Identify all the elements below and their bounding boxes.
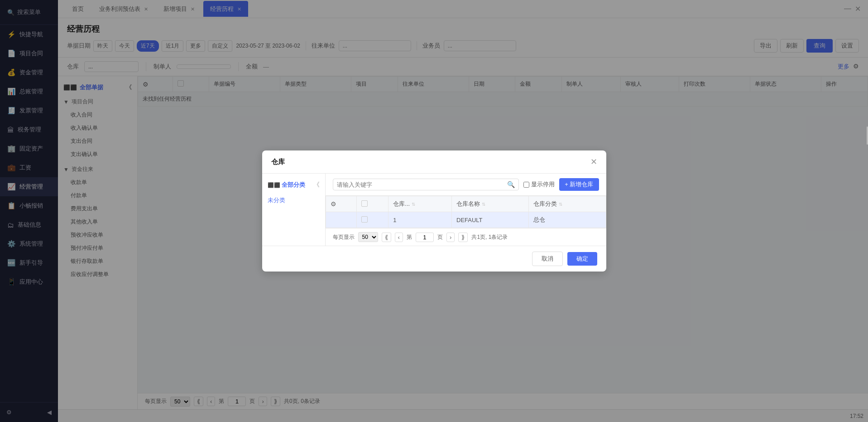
modal-sidebar-collapse[interactable]: 《 bbox=[313, 181, 320, 189]
modal-close-button[interactable]: ✕ bbox=[590, 157, 597, 167]
modal-per-page-label: 每页显示 bbox=[333, 233, 355, 241]
sort-icon-id: ⇅ bbox=[412, 202, 415, 207]
show-disabled-checkbox-input[interactable] bbox=[523, 182, 529, 188]
modal-page-prefix: 第 bbox=[407, 233, 412, 241]
modal-table-row[interactable]: 1 DEFAULT 总仓 bbox=[326, 212, 606, 228]
modal-prev-page[interactable]: ‹ bbox=[395, 233, 403, 242]
modal-title: 仓库 bbox=[271, 158, 285, 166]
modal-header: 仓库 ✕ bbox=[262, 150, 606, 174]
modal-sidebar: ⬛⬛全部分类 《 未分类 bbox=[262, 174, 326, 246]
modal-table-header: ⚙ 仓库... ⇅ 仓库名称 ⇅ bbox=[326, 196, 606, 212]
modal-th-gear-icon: ⚙ bbox=[331, 200, 336, 208]
confirm-button[interactable]: 确定 bbox=[567, 252, 597, 266]
sort-icon-category: ⇅ bbox=[559, 202, 562, 207]
add-warehouse-button[interactable]: + 新增仓库 bbox=[559, 178, 599, 191]
row-gear bbox=[326, 212, 356, 228]
row-checkbox-icon bbox=[361, 216, 368, 223]
modal-th-checkbox[interactable] bbox=[356, 196, 388, 212]
modal-th-checkbox-icon bbox=[361, 200, 368, 207]
row-id: 1 bbox=[388, 212, 452, 228]
modal-first-page[interactable]: ⟪ bbox=[382, 233, 391, 242]
warehouse-modal: 仓库 ✕ ⬛⬛全部分类 《 未分类 🔍 bbox=[262, 150, 606, 272]
modal-body: ⬛⬛全部分类 《 未分类 🔍 显示停用 bbox=[262, 174, 606, 246]
modal-total-text: 共1页, 1条记录 bbox=[471, 233, 508, 241]
modal-pagination: 每页显示 50 ⟪ ‹ 第 页 › ⟫ 共1页, 1条记录 bbox=[326, 228, 606, 246]
modal-table-container: ⚙ 仓库... ⇅ 仓库名称 ⇅ bbox=[326, 196, 606, 228]
modal-search-icon: 🔍 bbox=[507, 181, 515, 188]
modal-main: 🔍 显示停用 + 新增仓库 ⚙ bbox=[326, 174, 606, 246]
row-name: 总仓 bbox=[529, 212, 606, 228]
modal-toolbar: 🔍 显示停用 + 新增仓库 bbox=[326, 174, 606, 196]
modal-th-category: 仓库分类 ⇅ bbox=[529, 196, 606, 212]
modal-actions: 取消 确定 bbox=[262, 246, 606, 272]
modal-page-suffix: 页 bbox=[437, 233, 443, 241]
sort-icon-name: ⇅ bbox=[482, 202, 485, 207]
modal-th-name: 仓库名称 ⇅ bbox=[452, 196, 529, 212]
modal-sidebar-title: ⬛⬛全部分类 bbox=[268, 181, 305, 189]
modal-table: ⚙ 仓库... ⇅ 仓库名称 ⇅ bbox=[326, 196, 606, 228]
modal-sidebar-header: ⬛⬛全部分类 《 bbox=[262, 177, 325, 193]
modal-page-input[interactable] bbox=[416, 233, 434, 242]
modal-th-gear[interactable]: ⚙ bbox=[326, 196, 356, 212]
modal-sidebar-item-unclassified[interactable]: 未分类 bbox=[262, 193, 325, 208]
modal-per-page-select[interactable]: 50 bbox=[358, 232, 378, 242]
modal-th-id: 仓库... ⇅ bbox=[388, 196, 452, 212]
row-code: DEFAULT bbox=[452, 212, 529, 228]
modal-last-page[interactable]: ⟫ bbox=[458, 233, 468, 242]
cancel-button[interactable]: 取消 bbox=[532, 252, 563, 266]
modal-overlay: 仓库 ✕ ⬛⬛全部分类 《 未分类 🔍 bbox=[0, 0, 868, 422]
modal-search-input[interactable] bbox=[337, 181, 508, 188]
show-disabled-checkbox[interactable]: 显示停用 bbox=[523, 180, 555, 189]
modal-next-page[interactable]: › bbox=[446, 233, 455, 242]
modal-search-bar: 🔍 bbox=[333, 179, 519, 190]
row-checkbox[interactable] bbox=[356, 212, 388, 228]
